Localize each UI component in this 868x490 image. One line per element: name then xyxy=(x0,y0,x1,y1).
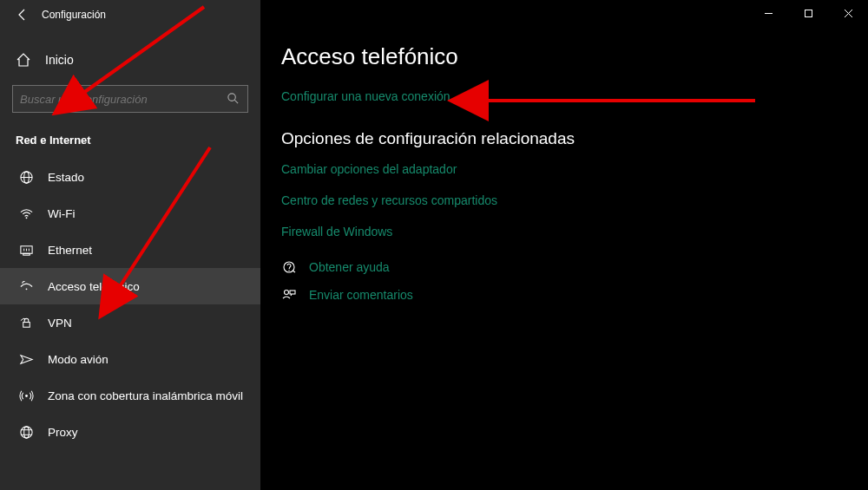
category-header: Red e Internet xyxy=(0,125,260,159)
main-content: Acceso telefónico Configurar una nueva c… xyxy=(260,0,868,490)
sidebar-item-hotspot[interactable]: Zona con cobertura inalámbrica móvil xyxy=(0,377,260,414)
sidebar-item-label: VPN xyxy=(48,317,72,330)
sidebar-item-dialup[interactable]: Acceso telefónico xyxy=(0,268,260,304)
related-heading: Opciones de configuración relacionadas xyxy=(281,129,859,148)
airplane-icon xyxy=(18,351,34,367)
svg-point-17 xyxy=(23,426,29,437)
sidebar-item-status[interactable]: Estado xyxy=(0,159,260,195)
ethernet-icon xyxy=(18,242,34,258)
svg-line-3 xyxy=(234,100,238,103)
home-label: Inicio xyxy=(45,53,74,67)
feedback-link[interactable]: Enviar comentarios xyxy=(309,288,413,302)
proxy-icon xyxy=(18,424,34,440)
svg-point-7 xyxy=(25,217,27,219)
sidebar: Inicio Red e Internet Estado Wi-Fi xyxy=(0,0,260,490)
globe-icon xyxy=(18,169,34,185)
home-icon xyxy=(16,52,31,68)
svg-rect-9 xyxy=(23,253,30,255)
svg-point-16 xyxy=(20,426,31,437)
sidebar-item-label: Acceso telefónico xyxy=(48,280,140,293)
network-center-link[interactable]: Centro de redes y recursos compartidos xyxy=(281,193,859,207)
sidebar-item-airplane[interactable]: Modo avión xyxy=(0,341,260,377)
sidebar-item-wifi[interactable]: Wi-Fi xyxy=(0,195,260,232)
search-box[interactable] xyxy=(12,85,248,113)
adapter-options-link[interactable]: Cambiar opciones del adaptador xyxy=(281,162,859,176)
sidebar-item-label: Proxy xyxy=(48,426,78,439)
sidebar-item-label: Estado xyxy=(48,171,84,184)
window-title: Configuración xyxy=(42,9,106,21)
svg-point-13 xyxy=(25,288,27,290)
firewall-link[interactable]: Firewall de Windows xyxy=(281,225,859,238)
close-button[interactable] xyxy=(828,0,868,26)
feedback-icon xyxy=(281,287,297,303)
sidebar-item-ethernet[interactable]: Ethernet xyxy=(0,232,260,268)
feedback-row[interactable]: Enviar comentarios xyxy=(281,287,859,303)
search-icon xyxy=(227,92,240,106)
sidebar-item-label: Modo avión xyxy=(48,353,108,366)
dialup-icon xyxy=(18,278,34,294)
home-button[interactable]: Inicio xyxy=(0,43,260,76)
minimize-button[interactable] xyxy=(748,0,788,26)
maximize-button[interactable] xyxy=(788,0,828,26)
svg-point-15 xyxy=(25,395,28,397)
get-help-row[interactable]: Obtener ayuda xyxy=(281,259,859,275)
sidebar-item-label: Ethernet xyxy=(48,244,92,257)
sidebar-item-label: Wi-Fi xyxy=(48,207,75,220)
window-controls xyxy=(748,0,868,26)
svg-point-21 xyxy=(288,270,289,271)
svg-rect-14 xyxy=(23,322,30,327)
svg-point-22 xyxy=(285,291,289,295)
sidebar-item-vpn[interactable]: VPN xyxy=(0,304,260,341)
page-title: Acceso telefónico xyxy=(281,43,859,70)
svg-rect-23 xyxy=(290,291,295,294)
search-input[interactable] xyxy=(20,93,227,106)
sidebar-item-label: Zona con cobertura inalámbrica móvil xyxy=(48,389,243,402)
get-help-link[interactable]: Obtener ayuda xyxy=(309,260,390,274)
svg-rect-1 xyxy=(805,10,812,16)
help-icon xyxy=(281,259,297,275)
vpn-icon xyxy=(18,315,34,330)
new-connection-link[interactable]: Configurar una nueva conexión xyxy=(281,89,859,103)
hotspot-icon xyxy=(18,388,34,403)
titlebar: Configuración xyxy=(0,0,868,29)
svg-point-2 xyxy=(228,94,235,101)
sidebar-item-proxy[interactable]: Proxy xyxy=(0,414,260,450)
wifi-icon xyxy=(18,206,34,221)
back-button[interactable] xyxy=(16,8,30,22)
